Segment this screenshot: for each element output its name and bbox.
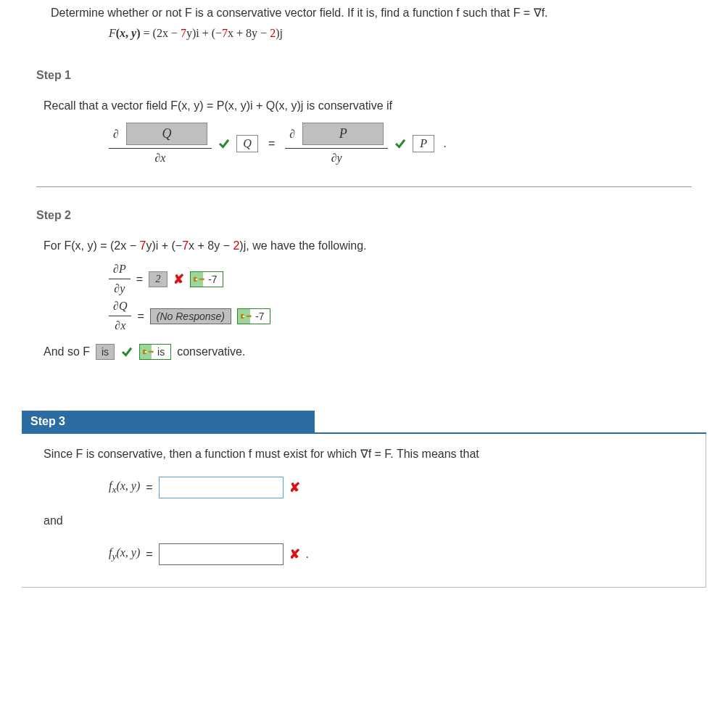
key-icon (143, 347, 154, 357)
step1-body: Recall that a vector field F(x, y) = P(x… (0, 89, 728, 179)
reveal-P: P (413, 135, 434, 152)
x-icon: ✘ (289, 546, 300, 562)
no-response-box[interactable]: (No Response) (150, 308, 231, 324)
formula-eq-p2: y)i + (− (186, 27, 222, 39)
fy-line: fy(x, y) = ✘ . (44, 543, 684, 565)
dPdy-frac: ∂P ∂y (109, 263, 131, 295)
formula-eq-p3: x + 8y − (228, 27, 270, 39)
wrong-answer-2[interactable]: 2 (149, 271, 167, 287)
step1-text: Recall that a vector field F(x, y) = P(x… (44, 99, 699, 112)
step3-header: Step 3 (22, 411, 315, 432)
step2-intro: For F(x, y) = (2x − 7y)i + (−7x + 8y − 2… (44, 239, 699, 252)
key-icon (194, 274, 205, 284)
s2p1: For F(x, y) = (2x − (44, 239, 139, 252)
dPdy-fraction: ∂ P ∂y (285, 123, 388, 165)
key2-text: -7 (255, 311, 264, 322)
key-icon (241, 311, 252, 321)
problem-formula: F(x, y) = (2x − 7y)i + (−7x + 8y − 2)j (0, 27, 728, 40)
coef-7b: 7 (222, 27, 228, 39)
problem-prompt: Determine whether or not F is a conserva… (0, 6, 728, 20)
dPdy-num: ∂P (109, 263, 131, 279)
reveal-Q: Q (236, 135, 258, 152)
key-answer-1[interactable]: -7 (190, 271, 223, 287)
s2p3: x + 8y − (189, 239, 233, 252)
answer-box-Q[interactable]: Q (126, 123, 207, 145)
s2p2: y)i + (− (146, 239, 182, 252)
prompt-text: Determine whether or not F is a conserva… (51, 7, 548, 19)
equals: = (146, 481, 152, 494)
partial-symbol-2: ∂ (289, 128, 295, 141)
step1-equation: ∂ Q ∂x Q = ∂ P ∂y P . (44, 123, 699, 165)
check-icon (394, 137, 407, 150)
x-icon: ✘ (173, 271, 184, 287)
dQdx-num: ∂Q (109, 300, 131, 316)
fy-label: fy(x, y) (109, 546, 140, 562)
dy-label: ∂y (285, 149, 388, 165)
equals: = (137, 310, 144, 323)
svg-point-0 (196, 278, 198, 280)
x-icon: ✘ (289, 480, 300, 496)
dQdx-line: ∂Q ∂x = (No Response) -7 (44, 300, 699, 332)
key-answer-2[interactable]: -7 (237, 308, 270, 324)
check-icon (120, 345, 133, 358)
is-answer[interactable]: is (96, 344, 115, 360)
dPdy-line: ∂P ∂y = 2 ✘ -7 (44, 263, 699, 295)
and-label: and (44, 514, 684, 527)
dx-label: ∂x (109, 149, 212, 165)
dQdx-frac: ∂Q ∂x (109, 300, 131, 332)
equals: = (146, 548, 152, 561)
formula-eq-p1: = (2x − (144, 27, 181, 39)
step2-header: Step 2 (0, 209, 728, 222)
coef-2: 2 (270, 27, 276, 39)
period: . (306, 548, 309, 561)
svg-point-1 (243, 315, 245, 317)
formula-eq-p4: )j (276, 27, 283, 39)
s2p4: )j, we have the following. (239, 239, 366, 252)
divider (36, 186, 692, 187)
s2-7b: 7 (182, 239, 189, 252)
formula-lhs: F(x, y) (109, 27, 141, 39)
equals: = (136, 273, 143, 286)
step1-header: Step 1 (0, 69, 728, 82)
step1-recall: Recall that a vector field F(x, y) = P(x… (44, 99, 392, 112)
svg-point-2 (145, 351, 147, 353)
is-key[interactable]: is (139, 344, 171, 360)
period: . (443, 137, 446, 150)
fx-label: fx(x, y) (109, 480, 140, 496)
key1-text: -7 (208, 274, 217, 285)
iskey-text: is (157, 346, 165, 358)
step2-body: For F(x, y) = (2x − 7y)i + (−7x + 8y − 2… (0, 229, 728, 374)
check-icon (218, 137, 231, 150)
conclusion-line: And so F is is conservative. (44, 344, 699, 360)
coef-7a: 7 (181, 27, 186, 39)
fy-input[interactable] (159, 543, 284, 565)
dPdy-den: ∂y (109, 279, 131, 295)
conclusion-p2: conservative. (177, 345, 245, 358)
equals: = (268, 137, 275, 150)
fx-input[interactable] (159, 477, 284, 498)
answer-box-P[interactable]: P (302, 123, 384, 145)
conclusion-p1: And so F (44, 345, 90, 358)
step3-intro: Since F is conservative, then a function… (44, 447, 684, 461)
dQdx-fraction: ∂ Q ∂x (109, 123, 212, 165)
fx-line: fx(x, y) = ✘ (44, 477, 684, 498)
dQdx-den: ∂x (109, 316, 131, 332)
partial-symbol: ∂ (113, 128, 119, 141)
step3-body: Since F is conservative, then a function… (22, 434, 706, 588)
